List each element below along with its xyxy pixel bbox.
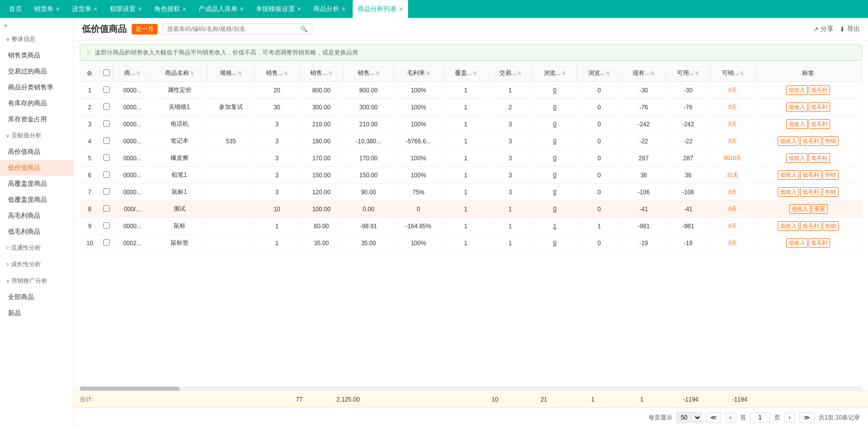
sidebar-item-stock-funds[interactable]: 库存资金占用 bbox=[0, 111, 73, 127]
sidebar-item-high-value[interactable]: 高价值商品 bbox=[0, 144, 73, 160]
cell-checkbox[interactable] bbox=[100, 218, 113, 235]
sidebar-item-all-products[interactable]: 全部商品 bbox=[0, 289, 73, 305]
sidebar-item-stock[interactable]: 有库存的商品 bbox=[0, 95, 73, 111]
search-input[interactable] bbox=[167, 25, 298, 32]
nav-product-storage[interactable]: 产成品入库单✕ bbox=[194, 0, 249, 18]
cell-browse1[interactable]: 0 bbox=[532, 99, 577, 116]
sidebar-collapse-btn[interactable]: « bbox=[4, 22, 7, 29]
cell-checkbox[interactable] bbox=[100, 150, 113, 167]
cell-spec bbox=[207, 167, 254, 184]
cell-tags: 低收入低毛利 bbox=[755, 116, 862, 133]
sidebar-item-traded[interactable]: 交易过的商品 bbox=[0, 63, 73, 79]
cell-browse1[interactable]: 0 bbox=[532, 167, 577, 184]
cell-s2: 150.00 bbox=[299, 167, 344, 184]
nav-product-analysis-list[interactable]: 商品分析列表✕ bbox=[353, 0, 408, 18]
row-checkbox[interactable] bbox=[103, 188, 110, 195]
th-current[interactable]: 现有...⇅ bbox=[622, 65, 666, 82]
cell-browse1[interactable]: 0 bbox=[532, 116, 577, 133]
sidebar-item-low-value[interactable]: 低价值商品 bbox=[0, 160, 73, 176]
th-spec[interactable]: 规格...⇅ bbox=[207, 65, 254, 82]
sidebar-item-high-margin[interactable]: 高毛利商品 bbox=[0, 208, 73, 224]
th-trade[interactable]: 交易...⇅ bbox=[488, 65, 532, 82]
sidebar-item-sales-products[interactable]: 销售类商品 bbox=[0, 47, 73, 63]
cell-checkbox[interactable] bbox=[100, 184, 113, 201]
cell-checkbox[interactable] bbox=[100, 167, 113, 184]
prev-page-btn[interactable]: ‹ bbox=[725, 413, 736, 423]
cell-checkbox[interactable] bbox=[100, 99, 113, 116]
sidebar-group-contribution[interactable]: ∨贡献值分析 bbox=[0, 127, 73, 144]
th-sales3[interactable]: 销售...⇅ bbox=[344, 65, 394, 82]
nav-role-auth[interactable]: 角色授权✕ bbox=[149, 0, 192, 18]
row-checkbox[interactable] bbox=[103, 154, 110, 161]
th-browse2[interactable]: 浏览...⇅ bbox=[577, 65, 622, 82]
cell-browse1[interactable]: 0 bbox=[532, 150, 577, 167]
share-btn[interactable]: ↗ 分享 bbox=[813, 24, 834, 33]
table-wrapper[interactable]: ⚙ 商...⇅ 商品名称⇅ 规格...⇅ 销售...⇅ 销售...⇅ 销售...… bbox=[74, 65, 868, 387]
cell-code: 0000... bbox=[113, 150, 152, 167]
row-checkbox[interactable] bbox=[103, 222, 110, 229]
per-page-select[interactable]: 50 20 100 bbox=[676, 412, 702, 423]
cell-browse1[interactable]: 0 bbox=[532, 201, 577, 218]
th-sales2[interactable]: 销售...⇅ bbox=[299, 65, 344, 82]
cell-current: -76 bbox=[622, 99, 666, 116]
th-margin[interactable]: 毛利率⇅ bbox=[393, 65, 443, 82]
row-checkbox[interactable] bbox=[103, 239, 110, 246]
search-box[interactable]: 🔍 bbox=[163, 23, 312, 34]
row-checkbox[interactable] bbox=[103, 205, 110, 212]
cell-browse1[interactable]: 1 bbox=[532, 218, 577, 235]
select-all-checkbox[interactable] bbox=[103, 69, 110, 76]
nav-template-settings[interactable]: 单据模板设置✕ bbox=[251, 0, 306, 18]
cell-checkbox[interactable] bbox=[100, 116, 113, 133]
th-browse1[interactable]: 浏览...⇅ bbox=[532, 65, 577, 82]
first-page-btn[interactable]: ≪ bbox=[706, 413, 721, 423]
nav-home[interactable]: 首页 bbox=[4, 0, 27, 18]
cell-code: 0000... bbox=[113, 133, 152, 150]
th-coverage[interactable]: 覆盖...⇅ bbox=[443, 65, 488, 82]
nav-purchase[interactable]: 进货单✕ bbox=[67, 0, 103, 18]
sidebar-group-liquidity[interactable]: >流通性分析 bbox=[0, 240, 73, 256]
search-icon[interactable]: 🔍 bbox=[300, 25, 308, 32]
page-input[interactable] bbox=[750, 413, 770, 423]
cell-checkbox[interactable] bbox=[100, 133, 113, 150]
cell-checkbox[interactable] bbox=[100, 201, 113, 218]
last-page-btn[interactable]: ≫ bbox=[799, 413, 815, 423]
cell-trade: 2 bbox=[488, 99, 532, 116]
th-code[interactable]: 商...⇅ bbox=[113, 65, 152, 82]
sidebar-group-marketing[interactable]: ∨营销推广分析 bbox=[0, 273, 73, 289]
th-avail[interactable]: 可用...⇅ bbox=[666, 65, 710, 82]
th-tags: 标签 bbox=[755, 65, 862, 82]
cell-browse1[interactable]: 0 bbox=[532, 82, 577, 99]
row-checkbox[interactable] bbox=[103, 120, 110, 127]
sidebar-group-overall[interactable]: ∨整体信息 bbox=[0, 31, 73, 47]
sidebar-item-low-margin[interactable]: 低毛利商品 bbox=[0, 224, 73, 240]
row-checkbox[interactable] bbox=[103, 103, 110, 110]
cell-browse1[interactable]: 0 bbox=[532, 184, 577, 201]
next-page-btn[interactable]: › bbox=[784, 413, 795, 423]
row-checkbox[interactable] bbox=[103, 171, 110, 178]
sidebar-group-growth[interactable]: >成长性分析 bbox=[0, 256, 73, 273]
cell-saleable-days: 0天 bbox=[710, 133, 755, 150]
cell-browse1[interactable]: 0 bbox=[532, 235, 577, 252]
row-checkbox[interactable] bbox=[103, 86, 110, 93]
cell-checkbox[interactable] bbox=[100, 82, 113, 99]
nav-permissions[interactable]: 权限设置✕ bbox=[105, 0, 147, 18]
sidebar-item-high-coverage[interactable]: 高覆盖度商品 bbox=[0, 176, 73, 192]
cell-browse1[interactable]: 0 bbox=[532, 133, 577, 150]
th-settings[interactable]: ⚙ bbox=[80, 65, 100, 82]
row-checkbox[interactable] bbox=[103, 137, 110, 144]
info-text: 这部分商品的销售收入大幅低于商品平均销售收入，价值不高，可考虑调整营销策略，或是… bbox=[95, 48, 358, 57]
sidebar-item-low-coverage[interactable]: 低覆盖度商品 bbox=[0, 192, 73, 208]
nav-sales[interactable]: 销货单✕ bbox=[29, 0, 65, 18]
sidebar-item-new-products[interactable]: 新品 bbox=[0, 305, 73, 321]
th-checkbox[interactable] bbox=[100, 65, 113, 82]
th-name[interactable]: 商品名称⇅ bbox=[152, 65, 207, 82]
horizontal-scrollbar[interactable] bbox=[80, 387, 862, 391]
th-sales1[interactable]: 销售...⇅ bbox=[255, 65, 299, 82]
export-btn[interactable]: ⬇ 导出 bbox=[840, 24, 860, 33]
cell-checkbox[interactable] bbox=[100, 235, 113, 252]
cell-s1: 20 bbox=[255, 82, 299, 99]
filter-tag-btn[interactable]: 近一月 bbox=[132, 24, 158, 34]
sidebar-item-category-rate[interactable]: 商品分类销售率 bbox=[0, 79, 73, 95]
nav-product-analysis[interactable]: 商品分析✕ bbox=[308, 0, 351, 18]
th-saleable[interactable]: 可销...⇅ bbox=[710, 65, 755, 82]
